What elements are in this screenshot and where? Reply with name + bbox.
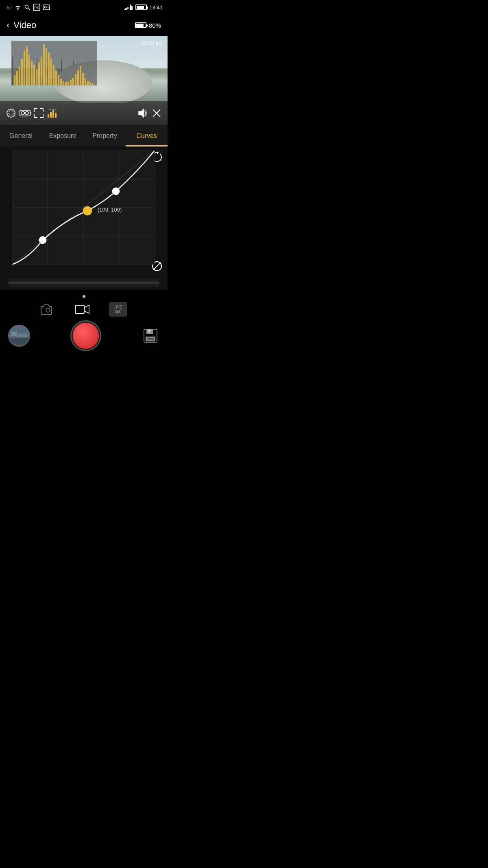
close-button[interactable] [150, 106, 163, 120]
mode-buttons: LIVE 360 [0, 302, 168, 317]
video-mode-button[interactable] [75, 302, 89, 317]
svg-rect-31 [38, 63, 40, 85]
back-button[interactable]: ‹ [7, 20, 9, 31]
image-icon [43, 4, 50, 10]
svg-line-61 [12, 111, 13, 112]
svg-rect-26 [26, 46, 28, 85]
360-label: 360 [115, 309, 122, 314]
histogram-overlay [11, 41, 97, 85]
svg-rect-27 [28, 55, 30, 85]
expand-button[interactable] [32, 106, 46, 120]
crosshair-button[interactable] [4, 106, 18, 120]
svg-rect-45 [72, 78, 74, 85]
page-title: Video [13, 20, 36, 31]
svg-rect-25 [24, 50, 25, 85]
save-button[interactable] [142, 327, 159, 345]
svg-point-0 [25, 5, 28, 9]
live360-button[interactable]: LIVE 360 [109, 302, 127, 317]
svg-rect-34 [46, 48, 47, 85]
svg-rect-4 [43, 5, 50, 10]
page-dot [83, 295, 85, 298]
svg-rect-30 [36, 69, 37, 85]
svg-rect-71 [48, 109, 57, 110]
svg-rect-53 [92, 83, 94, 85]
wifi-icon [14, 4, 22, 10]
svg-rect-8 [130, 4, 131, 10]
header-battery-icon [135, 4, 147, 10]
curve-point-active[interactable] [83, 206, 92, 215]
svg-rect-24 [21, 59, 23, 85]
histogram-button[interactable] [46, 106, 59, 120]
vr-button[interactable] [18, 106, 32, 120]
svg-rect-43 [68, 81, 69, 85]
scrubber-container [0, 277, 168, 290]
video-preview: 30.00 fps [0, 36, 168, 125]
battery-icon [135, 22, 146, 28]
svg-rect-51 [87, 81, 89, 85]
tab-property[interactable]: Property [84, 125, 126, 146]
svg-rect-91 [11, 332, 17, 336]
svg-point-65 [25, 112, 28, 115]
signal-icon: 4G [124, 4, 133, 10]
record-button[interactable] [72, 321, 100, 350]
svg-line-62 [9, 114, 10, 116]
svg-rect-49 [82, 73, 84, 85]
svg-rect-67 [48, 114, 49, 118]
battery-info: 80% [135, 22, 161, 29]
video-controls [0, 101, 168, 125]
svg-rect-95 [148, 329, 150, 332]
record-row [0, 320, 168, 353]
curve-point-1[interactable] [39, 236, 46, 244]
svg-rect-21 [14, 75, 15, 85]
svg-rect-44 [70, 80, 72, 85]
tab-bar: General Exposure Property Curves [0, 125, 168, 146]
svg-rect-90 [9, 338, 29, 346]
header-left: ‹ Video [7, 20, 36, 31]
svg-rect-32 [41, 57, 42, 85]
curve-point-2[interactable] [112, 188, 120, 195]
live-label: LIVE [113, 305, 122, 309]
time-label: 13:41 [149, 4, 163, 11]
svg-rect-48 [80, 66, 81, 85]
svg-text:PS: PS [34, 6, 39, 10]
svg-rect-46 [75, 74, 76, 85]
svg-rect-33 [43, 44, 45, 85]
header: ‹ Video 80% [0, 15, 168, 36]
svg-marker-75 [157, 151, 159, 155]
tab-curves[interactable]: Curves [126, 125, 168, 146]
temperature-label: -5° [5, 4, 12, 11]
svg-rect-41 [63, 81, 64, 85]
svg-rect-52 [89, 82, 91, 85]
svg-point-86 [46, 308, 50, 312]
curves-canvas [12, 151, 155, 265]
fps-label: 30.00 fps [141, 40, 163, 46]
battery-percent: 80% [149, 22, 161, 29]
svg-line-59 [9, 111, 10, 112]
svg-rect-69 [52, 110, 54, 118]
scrubber-bar [8, 282, 159, 284]
svg-rect-66 [24, 112, 25, 114]
app-icon: PS [33, 4, 40, 11]
svg-rect-47 [77, 70, 79, 85]
svg-rect-87 [75, 305, 84, 313]
svg-rect-40 [60, 79, 62, 85]
svg-rect-29 [33, 65, 35, 85]
tab-exposure[interactable]: Exposure [42, 125, 84, 146]
scrubber[interactable] [8, 278, 159, 287]
camera-mode-button[interactable] [41, 302, 55, 317]
svg-marker-72 [139, 109, 144, 117]
dot-indicator [0, 292, 168, 300]
svg-rect-23 [19, 67, 20, 85]
svg-rect-42 [65, 82, 67, 85]
svg-rect-28 [31, 61, 33, 85]
svg-rect-36 [50, 59, 52, 85]
svg-rect-35 [48, 52, 50, 85]
svg-rect-92 [18, 334, 27, 337]
status-left: -5° PS [5, 4, 50, 11]
gallery-thumbnail[interactable] [8, 325, 30, 347]
svg-marker-88 [84, 305, 89, 313]
search-icon [24, 4, 30, 11]
tab-general[interactable]: General [0, 125, 42, 146]
volume-button[interactable] [136, 106, 150, 120]
svg-rect-9 [131, 6, 133, 10]
